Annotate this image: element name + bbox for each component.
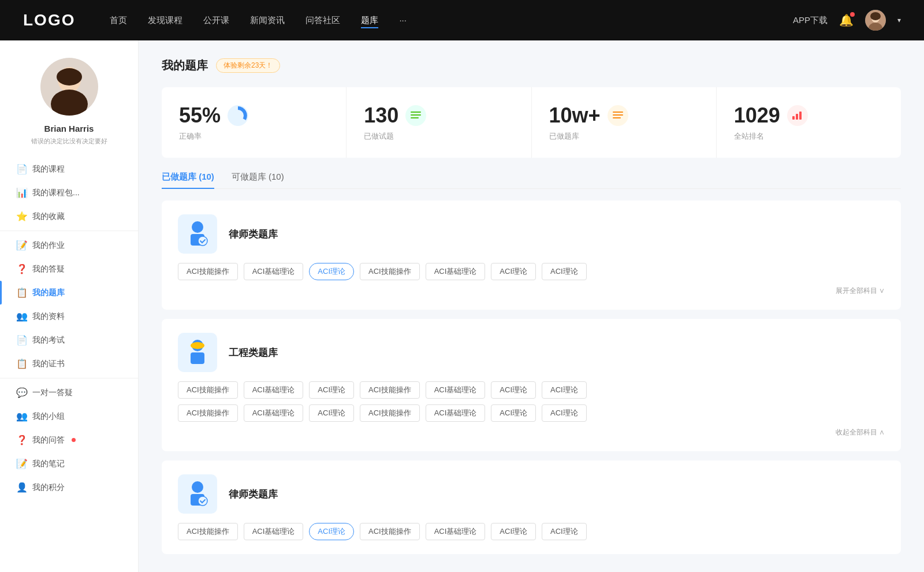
eng-tag-6[interactable]: ACI理论 (542, 381, 587, 399)
stat-top-ranking: 1029 (734, 103, 884, 128)
eng-tag-8[interactable]: ACI基础理论 (244, 404, 304, 422)
l2-tag-3[interactable]: ACI技能操作 (360, 523, 420, 540)
sidebar-item-my-packages[interactable]: 📊 我的课程包... (0, 181, 138, 205)
l2-tag-6[interactable]: ACI理论 (542, 523, 587, 540)
stat-label-accuracy: 正确率 (179, 131, 329, 142)
nav-item-qbank[interactable]: 题库 (361, 15, 378, 26)
sidebar-item-qbank[interactable]: 📋 我的题库 (0, 281, 138, 304)
svg-rect-13 (613, 112, 623, 113)
sidebar-item-materials[interactable]: 👥 我的资料 (0, 304, 138, 328)
qbank-icon: 📋 (16, 287, 27, 298)
svg-point-27 (192, 481, 203, 493)
svg-rect-18 (799, 112, 802, 120)
eng-tag-5[interactable]: ACI理论 (491, 381, 536, 399)
tutoring-icon: 💬 (16, 387, 27, 398)
materials-icon: 👥 (16, 311, 27, 322)
bell-icon[interactable]: 🔔 (839, 13, 854, 27)
stat-label-ranking: 全站排名 (734, 131, 884, 142)
tag-3[interactable]: ACI技能操作 (360, 263, 420, 280)
svg-rect-23 (191, 352, 204, 364)
sidebar-item-qa[interactable]: ❓ 我的答疑 (0, 257, 138, 281)
nav-item-qa[interactable]: 问答社区 (305, 15, 340, 26)
eng-tag-1[interactable]: ACI基础理论 (244, 381, 304, 399)
homework-icon: 📝 (16, 240, 27, 251)
nav-item-courses[interactable]: 发现课程 (148, 15, 182, 26)
l2-tag-4[interactable]: ACI基础理论 (426, 523, 486, 540)
sidebar-item-certificate[interactable]: 📋 我的证书 (0, 352, 138, 376)
tag-1[interactable]: ACI基础理论 (244, 263, 304, 280)
stat-top-banks: 10w+ (549, 103, 699, 128)
stat-value-ranking: 1029 (734, 103, 780, 128)
tag-6[interactable]: ACI理论 (542, 263, 587, 280)
sidebar-user-name: Brian Harris (44, 124, 94, 133)
avatar[interactable] (865, 10, 886, 31)
sidebar-item-points[interactable]: 👤 我的积分 (0, 476, 138, 499)
stat-ranking: 1029 全站排名 (717, 87, 901, 158)
sidebar-item-homework[interactable]: 📝 我的作业 (0, 233, 138, 257)
svg-rect-10 (411, 112, 421, 113)
nav-links: 首页 发现课程 公开课 新闻资讯 问答社区 题库 ··· (110, 15, 793, 26)
eng-tag-7[interactable]: ACI技能操作 (178, 404, 238, 422)
sidebar-item-my-courses[interactable]: 📄 我的课程 (0, 157, 138, 181)
qbank-icon-engineer (178, 333, 217, 372)
eng-tag-11[interactable]: ACI基础理论 (426, 404, 486, 422)
qbank-icon-lawyer-2 (178, 474, 217, 514)
sidebar-item-notes[interactable]: 📝 我的笔记 (0, 452, 138, 476)
l2-tag-5[interactable]: ACI理论 (491, 523, 536, 540)
stat-top-done: 130 (364, 103, 513, 128)
page-header: 我的题库 体验剩余23天！ (162, 58, 901, 73)
nav-item-open[interactable]: 公开课 (203, 15, 229, 26)
svg-rect-26 (195, 343, 200, 346)
app-download[interactable]: APP下载 (793, 15, 828, 26)
stat-value-accuracy: 55% (179, 103, 221, 128)
svg-rect-15 (613, 117, 621, 118)
nav-item-more[interactable]: ··· (399, 15, 407, 26)
notes-icon: 📝 (16, 458, 27, 469)
sidebar-item-favorites[interactable]: ⭐ 我的收藏 (0, 205, 138, 228)
nav-right: APP下载 🔔 ▾ (793, 10, 901, 31)
eng-tag-0[interactable]: ACI技能操作 (178, 381, 238, 399)
sidebar: Brian Harris 错误的决定比没有决定要好 📄 我的课程 📊 我的课程包… (0, 40, 139, 572)
sidebar-item-my-qa[interactable]: ❓ 我的问答 (0, 428, 138, 452)
stat-done-questions: 130 已做试题 (346, 87, 531, 158)
l2-tag-0[interactable]: ACI技能操作 (178, 523, 238, 540)
tag-2-active[interactable]: ACI理论 (309, 263, 354, 280)
l2-tag-2-active[interactable]: ACI理论 (309, 523, 354, 540)
chevron-down-icon[interactable]: ▾ (897, 16, 901, 24)
eng-tag-3[interactable]: ACI技能操作 (360, 381, 420, 399)
tag-5[interactable]: ACI理论 (491, 263, 536, 280)
tab-available-banks[interactable]: 可做题库 (10) (232, 172, 284, 188)
eng-tag-9[interactable]: ACI理论 (309, 404, 354, 422)
eng-tag-12[interactable]: ACI理论 (491, 404, 536, 422)
tag-4[interactable]: ACI基础理论 (426, 263, 486, 280)
eng-tag-4[interactable]: ACI基础理论 (426, 381, 486, 399)
main-layout: Brian Harris 错误的决定比没有决定要好 📄 我的课程 📊 我的课程包… (0, 40, 924, 572)
sidebar-item-exams[interactable]: 📄 我的考试 (0, 328, 138, 352)
eng-tag-13[interactable]: ACI理论 (542, 404, 587, 422)
nav-logo: LOGO (23, 11, 75, 29)
svg-point-7 (57, 68, 82, 86)
qbank-icon-lawyer-1 (178, 214, 217, 254)
nav-item-home[interactable]: 首页 (110, 15, 127, 26)
tab-done-banks[interactable]: 已做题库 (10) (162, 172, 214, 188)
main-content: 我的题库 体验剩余23天！ 55% 正确率 (139, 40, 924, 572)
collapse-btn-engineer[interactable]: 收起全部科目 ∧ (178, 428, 885, 437)
qbank-title-lawyer-1: 律师类题库 (229, 228, 278, 241)
qbank-title-engineer: 工程类题库 (229, 346, 278, 359)
eng-tag-2[interactable]: ACI理论 (309, 381, 354, 399)
svg-rect-12 (411, 117, 419, 118)
pie-chart-icon (228, 105, 248, 126)
svg-rect-16 (792, 116, 795, 120)
sidebar-slogan: 错误的决定比没有决定要好 (22, 137, 117, 146)
exams-icon: 📄 (16, 335, 27, 346)
sidebar-item-group[interactable]: 👥 我的小组 (0, 404, 138, 428)
my-packages-icon: 📊 (16, 187, 27, 198)
sidebar-item-tutoring[interactable]: 💬 一对一答疑 (0, 381, 138, 404)
l2-tag-1[interactable]: ACI基础理论 (244, 523, 304, 540)
qbank-title-lawyer-2: 律师类题库 (229, 488, 278, 501)
nav-item-news[interactable]: 新闻资讯 (250, 15, 285, 26)
tags-row-engineer-1: ACI技能操作 ACI基础理论 ACI理论 ACI技能操作 ACI基础理论 AC… (178, 381, 885, 399)
eng-tag-10[interactable]: ACI技能操作 (360, 404, 420, 422)
expand-btn-lawyer-1[interactable]: 展开全部科目 ∨ (178, 286, 885, 296)
tag-0[interactable]: ACI技能操作 (178, 263, 238, 280)
